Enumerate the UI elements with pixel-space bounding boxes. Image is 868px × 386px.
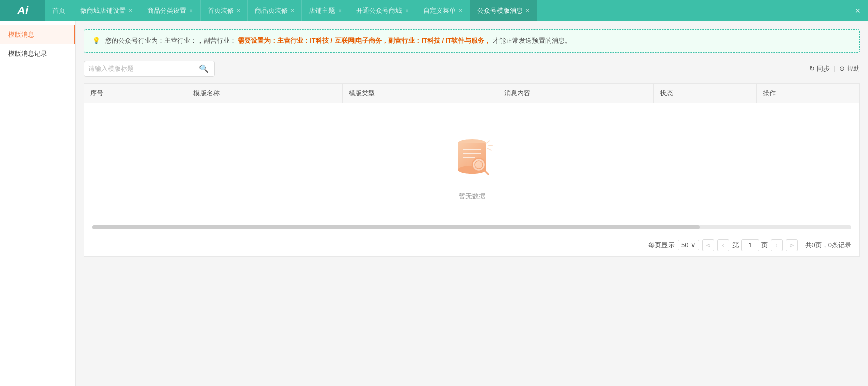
page-unit: 页 — [761, 241, 768, 250]
close-tab-custom-menu[interactable]: × — [459, 7, 462, 14]
empty-illustration — [447, 133, 497, 184]
next-page-button[interactable]: › — [771, 239, 783, 251]
nav-tab-wechat-shop[interactable]: 微商城店铺设置× — [73, 0, 140, 21]
toolbar-right: ↻ 同步 | ⊙ 帮助 — [809, 64, 860, 73]
nav-tab-custom-menu[interactable]: 自定义菜单× — [416, 0, 470, 21]
col-header-action: 操作 — [757, 83, 860, 103]
scroll-track-wrap — [84, 221, 860, 234]
page-number-input[interactable] — [741, 239, 759, 251]
sync-icon: ↻ — [809, 65, 815, 72]
close-tab-template-msg[interactable]: × — [526, 7, 529, 14]
search-bar: 🔍 ↻ 同步 | ⊙ 帮助 — [84, 61, 860, 77]
search-icon[interactable]: 🔍 — [199, 64, 209, 73]
empty-state: 暂无数据 — [84, 103, 860, 221]
last-page-button[interactable]: ⊳ — [786, 239, 798, 251]
nav-tab-home-decor[interactable]: 首页装修× — [201, 0, 248, 21]
di-label: 第 — [732, 241, 739, 250]
notice-highlight: 需要设置为：主营行业：IT科技 / 互联网|电子商务，副营行业：IT科技 / I… — [238, 37, 491, 44]
col-header-content: 消息内容 — [498, 83, 654, 103]
close-all-tabs-button[interactable]: ✕ — [848, 0, 868, 21]
notice-text-prefix: 您的公众号行业为：主营行业：，副营行业： — [105, 37, 236, 44]
table-header: 序号模版名称模版类型消息内容状态操作 — [84, 83, 860, 103]
nav-tab-product-decor[interactable]: 商品页装修× — [248, 0, 302, 21]
nav-tab-home[interactable]: 首页 — [45, 0, 73, 21]
sync-label: 同步 — [817, 64, 830, 73]
scroll-track — [92, 225, 851, 229]
prev-page-button[interactable]: ‹ — [717, 239, 729, 251]
page-size-selector[interactable]: 50 ∨ — [678, 240, 699, 250]
chevron-down-icon: ∨ — [691, 241, 696, 249]
app-logo: Ai — [0, 0, 45, 21]
scroll-thumb[interactable] — [92, 225, 700, 229]
nav-tabs: 首页微商城店铺设置×商品分类设置×首页装修×商品页装修×店铺主题×开通公众号商城… — [45, 0, 848, 21]
svg-line-10 — [488, 145, 493, 146]
col-header-status: 状态 — [653, 83, 757, 103]
sidebar-menu: 模版消息模版消息记录 — [0, 25, 75, 63]
search-input-wrap: 🔍 — [84, 61, 215, 77]
page-size-value: 50 — [681, 241, 688, 249]
empty-text: 暂无数据 — [459, 192, 485, 201]
search-input[interactable] — [88, 65, 199, 72]
nav-tab-shop-theme[interactable]: 店铺主题× — [302, 0, 349, 21]
page-size-label: 每页显示 — [648, 241, 675, 250]
sidebar-item-template-msg[interactable]: 模版消息 — [0, 25, 75, 44]
notice-banner: 💡 您的公众号行业为：主营行业：，副营行业： 需要设置为：主营行业：IT科技 /… — [84, 29, 860, 53]
col-header-index: 序号 — [84, 83, 187, 103]
col-header-type: 模版类型 — [343, 83, 498, 103]
svg-point-7 — [475, 161, 483, 169]
nav-tab-template-msg[interactable]: 公众号模版消息× — [470, 0, 537, 21]
sync-button[interactable]: ↻ 同步 — [809, 64, 830, 73]
close-tab-wechat-shop[interactable]: × — [129, 7, 132, 14]
sidebar-item-template-log[interactable]: 模版消息记录 — [0, 44, 75, 63]
first-page-button[interactable]: ⊲ — [702, 239, 714, 251]
col-header-name: 模版名称 — [187, 83, 343, 103]
notice-text-suffix: 才能正常发送预置的消息。 — [493, 37, 571, 44]
help-icon: ⊙ — [839, 65, 845, 72]
help-button[interactable]: ⊙ 帮助 — [839, 64, 860, 73]
sidebar: 模版消息模版消息记录 — [0, 21, 76, 386]
help-label: 帮助 — [847, 64, 860, 73]
close-tab-product-decor[interactable]: × — [291, 7, 294, 14]
notice-icon: 💡 — [92, 37, 100, 44]
main-layout: 模版消息模版消息记录 💡 您的公众号行业为：主营行业：，副营行业： 需要设置为：… — [0, 21, 868, 386]
nav-tab-open-mall[interactable]: 开通公众号商城× — [349, 0, 416, 21]
page-total: 共0页，0条记录 — [805, 241, 851, 250]
close-tab-category[interactable]: × — [189, 7, 193, 14]
pagination: 每页显示 50 ∨ ⊲ ‹ 第 页 › ⊳ 共0页，0条记录 — [84, 234, 860, 257]
close-tab-open-mall[interactable]: × — [405, 7, 409, 14]
divider: | — [834, 65, 835, 72]
content-area: 💡 您的公众号行业为：主营行业：，副营行业： 需要设置为：主营行业：IT科技 /… — [76, 21, 868, 386]
svg-line-11 — [487, 148, 491, 150]
close-tab-home-decor[interactable]: × — [237, 7, 240, 14]
nav-tab-category[interactable]: 商品分类设置× — [140, 0, 201, 21]
data-table: 序号模版名称模版类型消息内容状态操作 — [84, 83, 860, 103]
page-input-box: 第 页 — [732, 239, 768, 251]
svg-line-9 — [486, 141, 490, 143]
close-tab-shop-theme[interactable]: × — [338, 7, 342, 14]
top-nav: Ai 首页微商城店铺设置×商品分类设置×首页装修×商品页装修×店铺主题×开通公众… — [0, 0, 868, 21]
